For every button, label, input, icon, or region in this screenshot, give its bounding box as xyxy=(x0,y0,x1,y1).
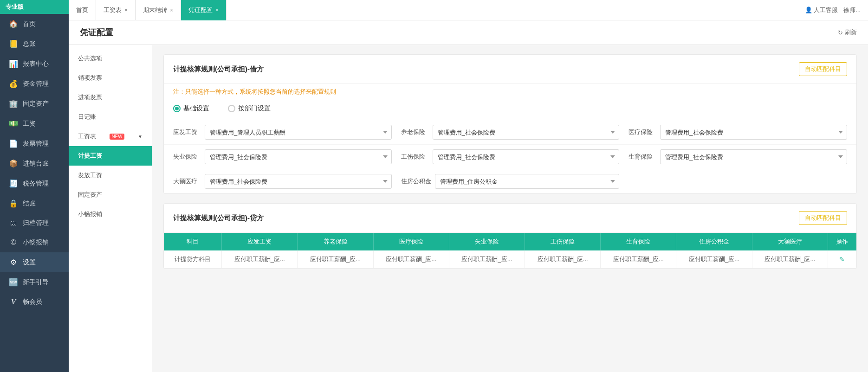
sidebar-item-close[interactable]: 🔒 结账 xyxy=(0,193,69,213)
right-content: 计提核算规则(公司承担)-借方 自动匹配科目 注：只能选择一种方式，系统将按照您… xyxy=(152,45,868,372)
left-nav-journal[interactable]: 日记账 xyxy=(69,107,152,127)
th-action: 操作 xyxy=(828,233,856,250)
sidebar-item-fixed-asset[interactable]: 🏢 固定资产 xyxy=(0,94,69,114)
form-field-yiliao: 医疗保险 管理费用_社会保险费 xyxy=(628,125,847,140)
sidebar-item-label: 固定资产 xyxy=(23,100,49,108)
th-dale: 大额医疗 xyxy=(752,233,828,250)
sidebar-item-settings[interactable]: ⚙ 设置 xyxy=(0,252,69,272)
fund-icon: 💰 xyxy=(9,79,18,88)
sidebar-item-label: 归档管理 xyxy=(23,219,49,227)
sidebar-item-fund[interactable]: 💰 资金管理 xyxy=(0,74,69,94)
xiaochange-report-icon: © xyxy=(9,238,18,247)
form-field-gjj: 住房公积金 管理费用_住房公积金 xyxy=(401,174,620,189)
sidebar-item-home[interactable]: 🏠 首页 xyxy=(0,14,69,34)
select-shengyu[interactable]: 管理费用_社会保险费 xyxy=(660,149,847,164)
radio-dept-circle[interactable] xyxy=(228,105,235,112)
label-dale: 大额医疗 xyxy=(173,177,201,186)
left-nav-purchase-invoice[interactable]: 进项发票 xyxy=(69,88,152,107)
sidebar-item-member[interactable]: V 畅会员 xyxy=(0,292,69,312)
label-yiliao: 医疗保险 xyxy=(628,128,656,136)
tab-period-close-label: 期末结转 xyxy=(143,6,167,14)
select-dale[interactable]: 管理费用_社会保险费 xyxy=(205,174,392,189)
th-gjj: 住房公积金 xyxy=(676,233,752,250)
th-yingfa: 应发工资 xyxy=(222,233,298,250)
td-yanglao: 应付职工薪酬_应... xyxy=(298,250,373,269)
tab-voucher-config-close[interactable]: × xyxy=(215,7,219,13)
select-yanglao[interactable]: 管理费用_社会保险费 xyxy=(433,125,620,140)
credit-section-title: 计提核算规则(公司承担)-贷方 xyxy=(173,214,264,223)
sidebar-item-label: 设置 xyxy=(23,258,36,267)
sidebar-item-tax[interactable]: 🧾 税务管理 xyxy=(0,173,69,193)
left-nav-label: 公共选项 xyxy=(78,54,102,63)
left-nav-xiaochange[interactable]: 小畅报销 xyxy=(69,205,152,224)
sidebar-item-label: 资金管理 xyxy=(23,80,49,88)
sidebar-item-ledger[interactable]: 📒 总账 xyxy=(0,34,69,54)
refresh-icon: ↻ xyxy=(838,29,843,36)
left-nav-label: 计提工资 xyxy=(78,152,102,160)
tab-period-close[interactable]: 期末结转 × xyxy=(136,0,181,20)
select-yingfa[interactable]: 管理费用_管理人员职工薪酬 xyxy=(205,125,392,140)
label-shengyu: 生育保险 xyxy=(628,153,656,161)
tab-period-close-close[interactable]: × xyxy=(170,7,173,13)
td-action[interactable]: ✎ xyxy=(828,250,856,269)
td-yingfa: 应付职工薪酬_应... xyxy=(222,250,298,269)
sidebar-item-payroll[interactable]: 💵 工资 xyxy=(0,114,69,134)
sidebar-item-guide[interactable]: 🆕 新手引导 xyxy=(0,272,69,292)
select-yiliao[interactable]: 管理费用_社会保险费 xyxy=(660,125,847,140)
close-account-icon: 🔒 xyxy=(9,199,18,208)
label-yanglao: 养老保险 xyxy=(401,128,429,136)
refresh-label: 刷新 xyxy=(845,28,857,37)
edit-icon[interactable]: ✎ xyxy=(839,256,845,263)
radio-dept-setting[interactable]: 按部门设置 xyxy=(228,104,271,113)
left-nav-public-options[interactable]: 公共选项 xyxy=(69,49,152,68)
label-gjj: 住房公积金 xyxy=(401,177,431,186)
left-nav-sale-invoice[interactable]: 销项发票 xyxy=(69,68,152,88)
table-row: 计提贷方科目 应付职工薪酬_应... 应付职工薪酬_应... 应付职工薪酬_应.… xyxy=(164,250,856,269)
sidebar-item-invoice[interactable]: 📄 发票管理 xyxy=(0,134,69,154)
td-shengyu: 应付职工薪酬_应... xyxy=(601,250,676,269)
guide-icon: 🆕 xyxy=(9,278,18,287)
left-nav-fixed-asset[interactable]: 固定资产 xyxy=(69,185,152,205)
td-subject: 计提贷方科目 xyxy=(164,250,222,269)
left-nav-label: 销项发票 xyxy=(78,74,102,82)
th-shengyu: 生育保险 xyxy=(601,233,676,250)
select-shiye[interactable]: 管理费用_社会保险费 xyxy=(205,149,392,164)
invoice-icon: 📄 xyxy=(9,139,18,148)
radio-basic-setting[interactable]: 基础设置 xyxy=(173,104,209,113)
left-nav-calc-payroll[interactable]: 计提工资 xyxy=(69,146,152,166)
left-nav-distribute-payroll[interactable]: 发放工资 xyxy=(69,166,152,185)
td-yiliao: 应付职工薪酬_应... xyxy=(373,250,449,269)
tab-voucher-config[interactable]: 凭证配置 × xyxy=(181,0,227,20)
sidebar-item-archive[interactable]: 🗂 归档管理 xyxy=(0,213,69,233)
debit-note: 注：只能选择一种方式，系统将按照您当前的选择来配置规则 xyxy=(164,84,856,100)
settings-icon: ⚙ xyxy=(9,258,18,267)
credit-section: 计提核算规则(公司承担)-贷方 自动匹配科目 科目 应发工资 养老保险 医疗保险… xyxy=(163,203,857,269)
radio-group: 基础设置 按部门设置 xyxy=(164,100,856,120)
sidebar-item-xiaochange-report[interactable]: © 小畅报销 xyxy=(0,233,69,252)
main-area: 首页 工资表 × 期末结转 × 凭证配置 × 👤 人工客服 徐师... 凭证配置… xyxy=(69,0,868,372)
tab-home-label: 首页 xyxy=(76,6,88,14)
tab-payroll-close[interactable]: × xyxy=(124,7,128,13)
radio-basic-circle[interactable] xyxy=(173,105,181,112)
th-yiliao: 医疗保险 xyxy=(373,233,449,250)
tab-payroll[interactable]: 工资表 × xyxy=(96,0,136,20)
debit-form-row-2: 失业保险 管理费用_社会保险费 工伤保险 管理费用_社会保险费 生育保险 xyxy=(164,145,856,169)
sidebar-item-report[interactable]: 📊 报表中心 xyxy=(0,54,69,74)
refresh-button[interactable]: ↻ 刷新 xyxy=(838,28,857,37)
debit-auto-match-button[interactable]: 自动匹配科目 xyxy=(799,62,847,76)
select-gongshang[interactable]: 管理费用_社会保险费 xyxy=(433,149,620,164)
left-nav-label: 日记账 xyxy=(78,113,96,121)
sidebar-item-label: 进销台账 xyxy=(23,160,49,168)
left-nav-payroll-table[interactable]: 工资表 NEW ▼ xyxy=(69,127,152,146)
tab-home[interactable]: 首页 xyxy=(69,0,96,20)
member-icon: V xyxy=(9,298,18,306)
debit-section-header: 计提核算规则(公司承担)-借方 自动匹配科目 xyxy=(164,55,856,84)
topbar-right: 👤 人工客服 徐师... xyxy=(805,6,868,14)
credit-auto-match-button[interactable]: 自动匹配科目 xyxy=(799,211,847,225)
user-info: 👤 人工客服 xyxy=(805,6,838,14)
sidebar-item-inventory[interactable]: 📦 进销台账 xyxy=(0,154,69,173)
label-gongshang: 工伤保险 xyxy=(401,153,429,161)
select-gjj[interactable]: 管理费用_住房公积金 xyxy=(435,174,620,189)
tax-icon: 🧾 xyxy=(9,179,18,188)
credit-table: 科目 应发工资 养老保险 医疗保险 失业保险 工伤保险 生育保险 住房公积金 大… xyxy=(164,233,856,269)
